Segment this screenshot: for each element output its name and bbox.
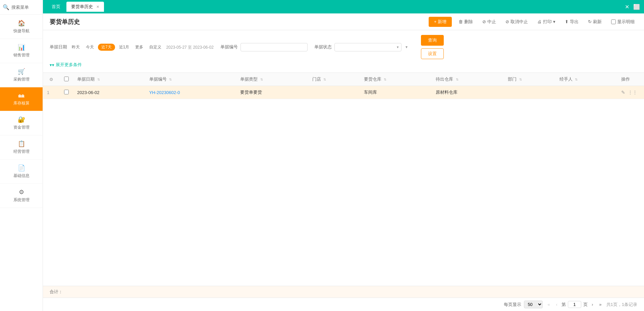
window-close-button[interactable]: ✕ [625,4,629,10]
print-icon: 🖨 [537,19,542,24]
stop-icon: ⊘ [482,19,486,24]
col-date-sort-icon: ⇅ [97,78,100,81]
gear-icon: ⚙ [19,188,24,196]
page-first-button[interactable]: « [545,301,552,308]
col-pending-warehouse[interactable]: 待出仓库 ⇅ [432,73,504,86]
col-store-label: 门店 [312,77,321,82]
row-pending-warehouse: 原材料仓库 [432,86,504,99]
select-all-checkbox[interactable] [64,77,69,81]
show-detail-checkbox[interactable]: 显示明细 [608,17,637,26]
main-area: 首页 要货单历史 ✕ ✕ ⬜ 要货单历史 + 新增 🗑 删除 ⊘ 中止 [43,0,644,311]
date-btn-week7[interactable]: 近7天 [98,44,115,51]
col-handler-sort-icon: ⇅ [575,78,578,81]
sidebar-search[interactable]: 🔍 搜索菜单 [0,0,43,15]
sidebar: 🔍 搜索菜单 🏠 快捷导航 📊 销售管理 🛒 采购管理 🏘 库存核算 🔐 资金管… [0,0,43,311]
status-select-wrapper [334,43,401,51]
set-button[interactable]: 设置 [421,48,444,59]
col-date[interactable]: 单据日期 ⇅ [73,73,145,86]
row-edit-icon[interactable]: ✎ [621,90,625,95]
delete-button[interactable]: 🗑 删除 [456,17,476,26]
show-detail-check[interactable] [611,19,616,24]
lock-icon: 🔐 [18,116,25,123]
footer-total-label: 合计： [50,289,63,294]
row-checkbox-cell [60,86,73,99]
pagination: 每页显示 50 100 200 « ‹ 第 页 › » 共1页，1条记录 [43,298,644,311]
col-store[interactable]: 门店 ⇅ [308,73,360,86]
home-icon: 🏠 [18,19,25,27]
sidebar-search-label: 搜索菜单 [11,4,29,10]
topbar: 首页 要货单历史 ✕ ✕ ⬜ [43,0,644,13]
filter-date-item: 单据日期 昨天 今天 近7天 近1月 更多 自定义 2023-05-27 至 2… [50,44,214,51]
docno-filter-label: 单据编号 [220,44,238,50]
col-department[interactable]: 部门 ⇅ [504,73,555,86]
row-checkbox[interactable] [64,90,69,94]
col-handler[interactable]: 经手人 ⇅ [555,73,617,86]
cancel-stop-label: 取消中止 [511,19,528,25]
inventory-icon: 🏘 [18,92,24,99]
col-handler-label: 经手人 [559,77,573,82]
filter-docno-item: 单据编号 [220,43,308,51]
status-filter-select[interactable] [334,43,401,51]
add-button[interactable]: + 新增 [429,17,452,27]
row-more-icon[interactable]: ⋮⋮ [628,90,637,95]
expand-label: 展开更多条件 [56,62,82,68]
col-docno[interactable]: 单据编号 ⇅ [145,73,236,86]
tab-requisition-history[interactable]: 要货单历史 ✕ [66,2,104,12]
col-pending-warehouse-label: 待出仓库 [436,77,453,82]
search-icon: 🔍 [3,4,9,10]
delete-icon: 🗑 [459,19,463,24]
sidebar-item-label: 销售管理 [13,52,30,58]
sidebar-item-operation[interactable]: 📋 经营管理 [0,135,43,160]
query-button[interactable]: 查询 [421,35,444,46]
page-last-button[interactable]: » [597,301,603,308]
col-pending-warehouse-sort-icon: ⇅ [456,78,459,81]
tab-home[interactable]: 首页 [47,2,65,12]
col-department-sort-icon: ⇅ [519,78,522,81]
sidebar-item-sales[interactable]: 📊 销售管理 [0,39,43,63]
stop-button[interactable]: ⊘ 中止 [480,17,499,26]
col-req-warehouse-label: 要货仓库 [364,77,381,82]
col-date-label: 单据日期 [77,77,95,82]
sidebar-item-finance[interactable]: 🔐 资金管理 [0,111,43,135]
refresh-icon: ↻ [588,19,592,24]
filter-row: 单据日期 昨天 今天 近7天 近1月 更多 自定义 2023-05-27 至 2… [50,35,637,59]
page-size-select[interactable]: 50 100 200 [524,301,543,308]
print-button[interactable]: 🖨 打印 ▾ [535,17,558,26]
table-checkbox-column [60,73,73,86]
page-prev-button[interactable]: ‹ [554,301,559,308]
table-settings-column[interactable]: ⚙ [43,73,60,86]
filter-status-item: 单据状态 ▾ [314,43,408,51]
cancel-stop-button[interactable]: ⊘ 取消中止 [503,17,531,26]
date-btn-more[interactable]: 更多 [133,44,145,51]
page-suffix: 页 [583,302,588,308]
date-btn-month1[interactable]: 近1月 [117,44,131,51]
refresh-button[interactable]: ↻ 刷新 [585,17,604,26]
sidebar-item-inventory[interactable]: 🏘 库存核算 [0,87,43,111]
cart-icon: 🛒 [18,68,25,75]
col-doctype[interactable]: 单据类型 ⇅ [236,73,308,86]
refresh-label: 刷新 [593,19,602,25]
export-button[interactable]: ⬆ 导出 [562,17,581,26]
table-row: 1 2023-06-02 YH-20230602-0 要货单要货 车间库 原材料… [43,86,644,99]
col-docno-sort-icon: ⇅ [169,78,172,81]
date-btn-custom[interactable]: 自定义 [147,44,163,51]
sidebar-item-basic[interactable]: 📄 基础信息 [0,160,43,184]
col-doctype-label: 单据类型 [240,77,258,82]
sidebar-item-system[interactable]: ⚙ 系统管理 [0,184,43,208]
date-filter-buttons: 昨天 今天 近7天 近1月 更多 自定义 [70,44,163,51]
docno-filter-input[interactable] [240,43,308,51]
date-btn-today[interactable]: 今天 [84,44,96,51]
document-icon: 📄 [18,164,25,172]
date-filter-label: 单据日期 [50,44,67,50]
sidebar-item-label: 快捷导航 [13,28,30,34]
row-docno-link[interactable]: YH-20230602-0 [149,90,180,95]
sidebar-item-purchase[interactable]: 🛒 采购管理 [0,63,43,87]
page-number-input[interactable] [568,301,581,308]
page-next-button[interactable]: › [590,301,595,308]
date-btn-yesterday[interactable]: 昨天 [70,44,82,51]
sidebar-item-quick-nav[interactable]: 🏠 快捷导航 [0,15,43,39]
expand-filter-button[interactable]: ▾▾ 展开更多条件 [50,62,637,68]
window-maximize-button[interactable]: ⬜ [633,4,640,10]
col-req-warehouse[interactable]: 要货仓库 ⇅ [360,73,432,86]
tab-close-icon[interactable]: ✕ [96,5,99,9]
